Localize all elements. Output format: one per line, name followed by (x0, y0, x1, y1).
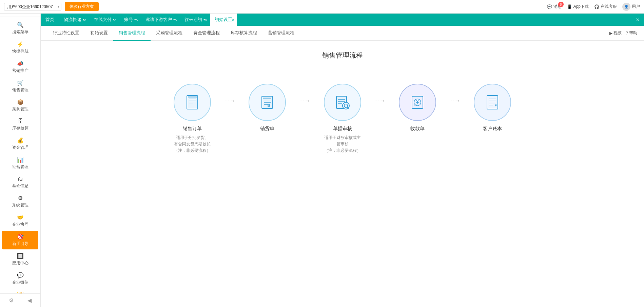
close-icon[interactable]: ✕ (204, 18, 207, 22)
sidebar-item-guide[interactable]: 🎯 新手引导 (2, 231, 38, 249)
sidebar-items: 🔍 搜索菜单 ⚡ 快捷导航 📣 营销推广 🛒 销售管理 📦 采购管理 🗄 库存核… (0, 17, 40, 293)
close-icon[interactable]: ✕ (84, 18, 86, 22)
user-selector-wrapper[interactable]: 用户690企业1660120507 (4, 3, 61, 11)
flow-item-title-sales-order: 销售订单 (183, 126, 202, 132)
svg-rect-6 (188, 96, 197, 98)
sidebar-item-app-center[interactable]: 🔲 应用中心 (2, 250, 38, 269)
svg-rect-8 (263, 98, 271, 99)
question-icon: ? (626, 31, 628, 36)
avatar: 👤 (622, 3, 630, 11)
flow-item-desc-sales-order: 适用于分批发货、有合同发货周期较长（注：非必要流程） (174, 135, 211, 154)
flow-circle-ledger[interactable]: ¥ (474, 84, 511, 121)
flow-circle-receipt[interactable]: ¥ (399, 84, 436, 121)
sub-tab-purchase-flow[interactable]: 采购管理流程 (151, 26, 188, 41)
flow-item-title-receipt: 收款单 (410, 126, 425, 132)
help-btn[interactable]: ? 帮助 (626, 30, 637, 36)
close-icon[interactable]: ✕ (135, 18, 138, 22)
megaphone-icon: 📣 (17, 60, 24, 67)
top-bar: 用户690企业1660120507 体验行业方案 💬 消息 6 📱 App下载 … (0, 0, 644, 14)
nav-tab-period[interactable]: 往来期初 ▾ ✕ (180, 14, 210, 26)
close-icon[interactable]: ✕ (174, 18, 177, 22)
flow-arrow-3: ···→ (374, 84, 386, 104)
message-badge: 6 (558, 2, 564, 7)
sidebar-item-quick-nav[interactable]: ⚡ 快捷导航 (2, 38, 38, 57)
flow-item-title-audit: 单据审核 (333, 126, 352, 132)
flow-arrow-2: ···→ (299, 84, 310, 104)
sidebar-item-purchase[interactable]: 📦 采购管理 (2, 96, 38, 115)
top-bar-right: 💬 消息 6 📱 App下载 🎧 在线客服 👤 用户 (547, 3, 640, 11)
flow-item-title-ledger: 客户账本 (483, 126, 502, 132)
sidebar-item-finance[interactable]: 💰 资金管理 (2, 135, 38, 153)
sub-tab-sales-flow[interactable]: 销售管理流程 (113, 26, 151, 41)
sub-tab-marketing-flow[interactable]: 营销管理流程 (262, 26, 300, 41)
handshake-icon: 🤝 (17, 214, 24, 221)
page-content: 销售管理流程 销售订单 适用于分批发货、有合同发货周期较长（注：非必要流程） (41, 41, 644, 171)
nav-tab-home[interactable]: 首页 (41, 14, 59, 26)
page-title: 销售管理流程 (54, 51, 630, 60)
flow-circle-delivery[interactable] (249, 84, 286, 121)
flow-item-audit: 单据审核 适用于财务审核或主管审核（注：非必要流程） (312, 84, 373, 154)
headset-icon: 🎧 (594, 4, 599, 9)
flow-arrow-1: ···→ (224, 84, 235, 104)
user-selector[interactable]: 用户690企业1660120507 (4, 3, 61, 11)
nav-tab-payment[interactable]: 在线支付 ▾ ✕ (89, 14, 119, 26)
wechat-icon: 💬 (17, 272, 24, 279)
trial-btn[interactable]: 体验行业方案 (65, 2, 99, 11)
sidebar-item-search[interactable]: 🔍 搜索菜单 (2, 19, 38, 38)
sidebar-item-system[interactable]: ⚙ 系统管理 (2, 192, 38, 211)
user-profile-btn[interactable]: 👤 用户 (622, 3, 640, 11)
flow-item-ledger: ¥ 客户账本 (462, 84, 523, 135)
sidebar-item-enterprise-wechat[interactable]: 💬 企业微信 (2, 269, 38, 288)
flow-circle-audit[interactable] (324, 84, 361, 121)
sidebar-item-operations[interactable]: 📊 经营管理 (2, 154, 38, 172)
sub-tab-industry[interactable]: 行业特性设置 (47, 26, 85, 41)
svg-rect-22 (487, 96, 498, 109)
cart-icon: 🛒 (17, 80, 24, 86)
sidebar-bottom: ⚙ ◀ (0, 293, 40, 307)
top-bar-left: 用户690企业1660120507 体验行业方案 (4, 2, 99, 11)
flow-item-desc-audit: 适用于财务审核或主管审核（注：非必要流程） (324, 135, 361, 154)
money-icon: 💰 (17, 137, 24, 144)
nav-tab-initial-setup[interactable]: 初始设置 ✕ (210, 14, 237, 26)
flow-item-receipt: ¥ 收款单 (387, 84, 448, 135)
sidebar-item-basic-info[interactable]: 🗂 基础信息 (2, 173, 38, 191)
target-icon: 🎯 (17, 233, 24, 240)
sidebar-item-inventory[interactable]: 🗄 库存核算 (2, 116, 38, 134)
video-icon: ▶ (609, 31, 612, 36)
sidebar-item-enterprise-coop[interactable]: 🤝 企业协同 (2, 211, 38, 230)
chart-icon: 📊 (17, 157, 24, 163)
flow-item-sales-order: 销售订单 适用于分批发货、有合同发货周期较长（注：非必要流程） (162, 84, 223, 154)
close-icon[interactable]: ✕ (232, 18, 234, 22)
video-help-btn[interactable]: ▶ 视频 (609, 30, 622, 36)
nav-tab-logistics[interactable]: 物流快递 ▾ ✕ (59, 14, 89, 26)
flow-circle-sales-order[interactable] (174, 84, 211, 121)
svg-text:¥: ¥ (415, 99, 419, 105)
lightning-icon: ⚡ (17, 41, 24, 47)
nav-tab-account[interactable]: 账号 ▾ ✕ (119, 14, 141, 26)
sub-tabs-right: ▶ 视频 ? 帮助 (609, 30, 637, 36)
sub-tabs: 行业特性设置 初始设置 销售管理流程 采购管理流程 资金管理流程 库存核算流程 … (41, 26, 644, 41)
sub-tab-inventory-flow[interactable]: 库存核算流程 (225, 26, 262, 41)
collapse-btn[interactable]: ◀ (27, 297, 32, 304)
nav-tab-invite[interactable]: 邀请下游客户 ▾ ✕ (141, 14, 180, 26)
sidebar-item-marketing-promo[interactable]: 📣 营销推广 (2, 58, 38, 76)
sidebar: 畅 畅捷通好生意 标准版 🔍 搜索菜单 ⚡ 快捷导航 📣 营销推广 🛒 销售管理… (0, 0, 41, 307)
flow-item-title-delivery: 销货单 (260, 126, 274, 132)
settings-btn[interactable]: ⚙ (9, 297, 14, 304)
sidebar-item-member[interactable]: 👑 畅会员 (2, 289, 38, 293)
close-icon[interactable]: ✕ (114, 18, 117, 22)
search-icon: 🔍 (17, 22, 24, 28)
app-icon: 📱 (567, 4, 572, 9)
sidebar-item-sales[interactable]: 🛒 销售管理 (2, 77, 38, 96)
app-download-btn[interactable]: 📱 App下载 (567, 4, 589, 9)
gear-icon: ⚙ (18, 195, 23, 201)
grid-icon: 🔲 (17, 253, 24, 259)
flow-arrow-4: ···→ (449, 84, 461, 104)
message-btn[interactable]: 💬 消息 6 (547, 4, 562, 9)
window-close-btn[interactable]: ✕ (632, 14, 644, 26)
message-icon: 💬 (547, 4, 552, 9)
flow-item-delivery: 销货单 (237, 84, 298, 135)
online-service-btn[interactable]: 🎧 在线客服 (594, 4, 617, 9)
sub-tab-capital-flow[interactable]: 资金管理流程 (188, 26, 225, 41)
sub-tab-initial[interactable]: 初始设置 (85, 26, 113, 41)
